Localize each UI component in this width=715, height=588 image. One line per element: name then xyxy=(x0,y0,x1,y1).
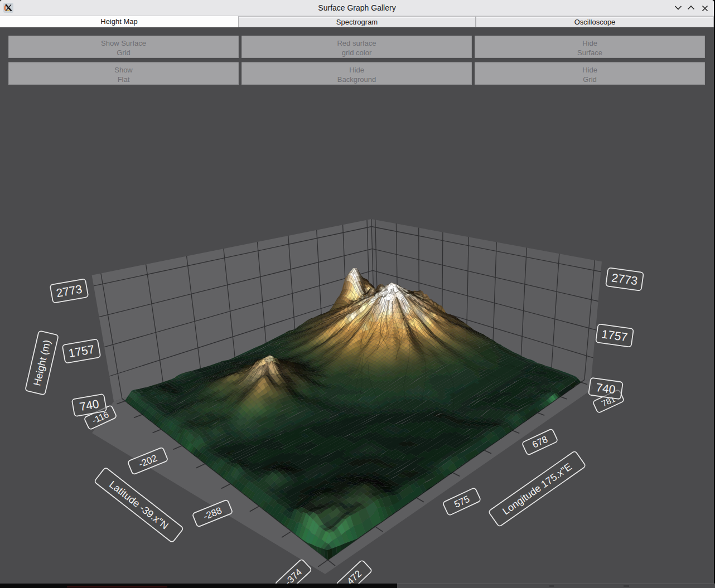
svg-text:Longitude 175.x"E: Longitude 175.x"E xyxy=(500,461,573,517)
svg-text:Latitude -39.x"N: Latitude -39.x"N xyxy=(107,479,171,532)
svg-text:740: 740 xyxy=(595,381,616,396)
